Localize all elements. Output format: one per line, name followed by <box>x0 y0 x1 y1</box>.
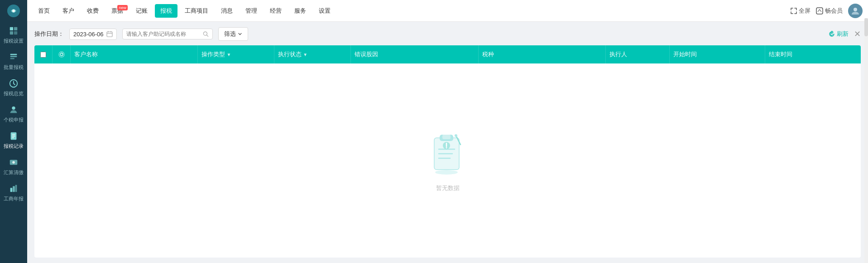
sidebar-item-tax-records[interactable]: 报税记录 <box>0 127 27 153</box>
search-input[interactable] <box>126 31 200 37</box>
chevron-down-icon <box>238 32 242 36</box>
fullscreen-label: 全屏 <box>799 7 810 15</box>
nav-billing[interactable]: 收费 <box>82 4 104 18</box>
column-settings-icon <box>58 51 65 58</box>
sidebar-item-personal-tax[interactable]: 个税申报 <box>0 101 27 127</box>
th-tax-type: 税种 <box>479 45 606 63</box>
member-btn[interactable]: 畅会员 <box>816 7 843 15</box>
nav-settings[interactable]: 设置 <box>313 4 336 18</box>
nav-customer[interactable]: 客户 <box>57 4 80 18</box>
svg-rect-4 <box>10 31 13 34</box>
content-area: 操作日期： 2023-06-06 筛选 <box>27 22 868 263</box>
svg-point-16 <box>12 161 15 164</box>
sidebar-item-tax-records-label: 报税记录 <box>4 143 24 150</box>
topnav: 首页 客户 收费 票据 new 记账 报税 工商项目 消息 <box>27 0 868 22</box>
date-label: 操作日期： <box>34 30 64 38</box>
svg-point-28 <box>60 53 63 56</box>
svg-point-40 <box>455 134 457 137</box>
svg-rect-8 <box>10 58 14 59</box>
svg-rect-17 <box>10 188 13 192</box>
user-avatar[interactable] <box>848 4 863 18</box>
tax-records-icon <box>8 131 19 141</box>
sidebar-item-annual-report[interactable]: 工商年报 <box>0 180 27 206</box>
svg-rect-32 <box>442 135 451 139</box>
svg-point-38 <box>446 147 447 149</box>
th-operation-type[interactable]: 操作类型 ▼ <box>198 45 274 63</box>
filter-label: 筛选 <box>224 30 236 38</box>
sidebar-item-tax-overview[interactable]: 报税总览 <box>0 74 27 101</box>
sidebar-item-tax-settings[interactable]: 报税设置 <box>0 22 27 48</box>
th-end-time: 结束时间 <box>765 45 861 63</box>
app-logo[interactable] <box>0 0 27 22</box>
th-customer-name-label: 客户名称 <box>74 50 98 58</box>
tax-settings-icon <box>8 25 19 36</box>
member-label: 畅会员 <box>825 7 843 15</box>
svg-point-21 <box>854 8 857 11</box>
search-icon <box>203 31 209 37</box>
select-all-checkbox[interactable] <box>40 52 46 58</box>
empty-illustration <box>425 129 470 179</box>
nav-tax[interactable]: 报税 <box>155 4 177 18</box>
tax-overview-icon <box>8 78 19 89</box>
nav-business[interactable]: 工商项目 <box>179 4 214 18</box>
svg-rect-3 <box>14 27 17 30</box>
th-error-reason-label: 错误股因 <box>355 50 378 58</box>
th-customer-name: 客户名称 <box>71 45 198 63</box>
table-header: 客户名称 操作类型 ▼ 执行状态 ▼ 错误股因 税种 执行人 <box>34 45 861 63</box>
fullscreen-btn[interactable]: 全屏 <box>791 7 810 15</box>
invoice-badge: new <box>117 5 128 11</box>
sidebar-item-settlement-label: 汇算清缴 <box>4 169 24 176</box>
svg-rect-6 <box>10 54 17 55</box>
nav-home[interactable]: 首页 <box>33 4 55 18</box>
table-wrap: 客户名称 操作类型 ▼ 执行状态 ▼ 错误股因 税种 执行人 <box>34 45 861 258</box>
nav-messages[interactable]: 消息 <box>216 4 238 18</box>
fullscreen-icon <box>791 8 797 14</box>
th-exec-status-label: 执行状态 <box>278 50 302 58</box>
sidebar-item-tax-overview-label: 报税总览 <box>4 90 24 97</box>
svg-point-1 <box>12 10 15 12</box>
th-exec-status[interactable]: 执行状态 ▼ <box>274 45 351 63</box>
close-button[interactable]: ✕ <box>854 30 861 38</box>
nav-items: 首页 客户 收费 票据 new 记账 报税 工商项目 消息 <box>33 4 791 18</box>
refresh-button[interactable]: 刷新 <box>829 30 849 38</box>
th-executor: 执行人 <box>606 45 670 63</box>
th-executor-label: 执行人 <box>609 50 627 58</box>
calendar-icon <box>106 31 113 37</box>
main-area: 首页 客户 收费 票据 new 记账 报税 工商项目 消息 <box>27 0 868 263</box>
th-start-time: 开始时间 <box>670 45 765 63</box>
batch-tax-icon <box>8 52 19 63</box>
settlement-icon <box>8 157 19 168</box>
th-tax-type-label: 税种 <box>482 50 494 58</box>
th-operation-type-label: 操作类型 <box>201 50 225 58</box>
nav-invoice[interactable]: 票据 new <box>106 4 129 18</box>
refresh-icon <box>829 31 835 37</box>
th-checkbox[interactable] <box>34 45 53 63</box>
nav-services[interactable]: 服务 <box>289 4 312 18</box>
svg-line-27 <box>206 35 208 36</box>
sidebar: 报税设置 批量报税 报税总览 个税申报 <box>0 0 27 263</box>
date-value: 2023-06-06 <box>73 31 104 38</box>
svg-rect-12 <box>12 134 15 135</box>
th-end-time-label: 结束时间 <box>769 50 792 58</box>
sidebar-item-batch-tax[interactable]: 批量报税 <box>0 48 27 74</box>
nav-operations[interactable]: 经营 <box>264 4 287 18</box>
nav-management[interactable]: 管理 <box>240 4 263 18</box>
filter-button[interactable]: 筛选 <box>218 27 248 41</box>
th-settings[interactable] <box>53 45 71 63</box>
svg-rect-18 <box>13 186 15 192</box>
svg-rect-5 <box>14 31 17 34</box>
date-picker[interactable]: 2023-06-06 <box>69 29 117 40</box>
table-body: 暂无数据 <box>34 63 861 258</box>
sidebar-item-settlement[interactable]: 汇算清缴 <box>0 153 27 180</box>
topnav-right: 全屏 畅会员 <box>791 4 863 18</box>
svg-rect-7 <box>10 56 17 57</box>
svg-rect-22 <box>107 32 112 37</box>
th-error-reason: 错误股因 <box>351 45 478 63</box>
th-start-time-label: 开始时间 <box>673 50 697 58</box>
annual-report-icon <box>8 183 19 194</box>
search-box[interactable] <box>122 29 213 39</box>
svg-rect-2 <box>10 27 13 30</box>
nav-accounts[interactable]: 记账 <box>130 4 153 18</box>
svg-point-41 <box>435 170 458 175</box>
sidebar-item-annual-report-label: 工商年报 <box>4 195 24 202</box>
